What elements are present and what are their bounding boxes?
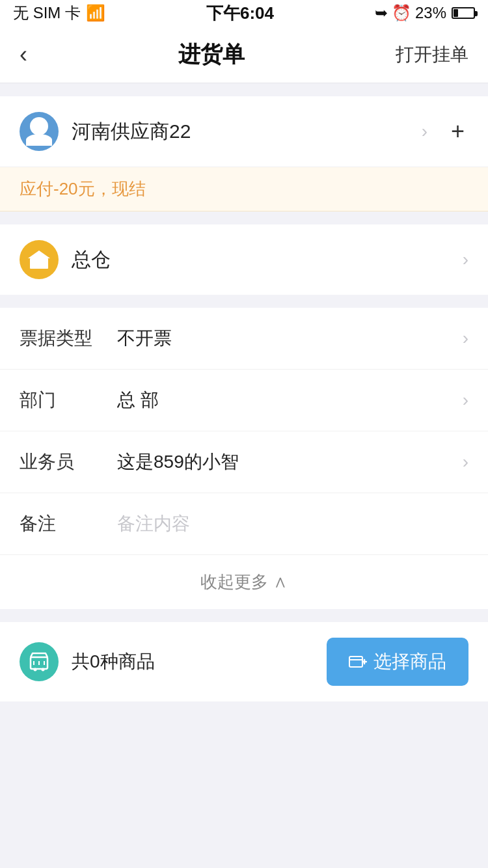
invoice-type-label: 票据类型 bbox=[20, 326, 98, 351]
svg-point-2 bbox=[42, 668, 45, 671]
warehouse-name: 总仓 bbox=[72, 247, 463, 273]
avatar-body bbox=[26, 134, 52, 146]
department-value: 总 部 bbox=[117, 388, 463, 413]
department-label: 部门 bbox=[20, 388, 98, 413]
remarks-input[interactable]: 备注内容 bbox=[117, 511, 468, 536]
bottom-section: 共0种商品 选择商品 bbox=[0, 622, 488, 701]
section-gap-1 bbox=[0, 83, 488, 96]
wifi-icon: 📶 bbox=[86, 4, 105, 22]
salesperson-value: 这是859的小智 bbox=[117, 450, 463, 474]
department-chevron-icon: › bbox=[463, 390, 468, 411]
warehouse-icon bbox=[20, 240, 59, 279]
cart-icon bbox=[28, 652, 50, 671]
open-pending-button[interactable]: 打开挂单 bbox=[396, 42, 468, 67]
invoice-type-chevron-icon: › bbox=[463, 328, 468, 349]
nav-bar: ‹ 进货单 打开挂单 bbox=[0, 26, 488, 83]
page-background bbox=[0, 701, 488, 868]
status-bar: 无 SIM 卡 📶 下午6:04 ➥ ⏰ 23% bbox=[0, 0, 488, 26]
invoice-type-value: 不开票 bbox=[117, 326, 463, 351]
supplier-card: 河南供应商22 › + 应付-20元，现结 bbox=[0, 96, 488, 211]
location-icon: ➥ bbox=[375, 4, 388, 22]
section-gap-3 bbox=[0, 295, 488, 308]
product-count: 共0种商品 bbox=[72, 649, 327, 674]
form-card: 票据类型 不开票 › 部门 总 部 › 业务员 这是859的小智 › 备注 备注… bbox=[0, 308, 488, 609]
salesperson-chevron-icon: › bbox=[463, 452, 468, 472]
salesperson-row[interactable]: 业务员 这是859的小智 › bbox=[0, 431, 488, 493]
carrier-text: 无 SIM 卡 bbox=[13, 3, 81, 23]
house-roof bbox=[28, 251, 50, 258]
alarm-icon: ⏰ bbox=[392, 4, 411, 22]
remarks-row[interactable]: 备注 备注内容 bbox=[0, 493, 488, 554]
department-row[interactable]: 部门 总 部 › bbox=[0, 369, 488, 431]
notice-bar: 应付-20元，现结 bbox=[0, 167, 488, 211]
collapse-button[interactable]: 收起更多 ∧ bbox=[0, 554, 488, 609]
svg-rect-6 bbox=[349, 657, 362, 667]
battery-icon bbox=[452, 7, 475, 19]
supplier-row[interactable]: 河南供应商22 › + bbox=[0, 96, 488, 167]
cart-icon-wrap bbox=[20, 642, 59, 681]
supplier-name: 河南供应商22 bbox=[72, 118, 422, 145]
status-time: 下午6:04 bbox=[206, 2, 274, 25]
avatar-head bbox=[30, 117, 48, 135]
select-product-icon bbox=[349, 654, 367, 670]
supplier-chevron-icon: › bbox=[422, 121, 427, 142]
content: 河南供应商22 › + 应付-20元，现结 总仓 › 票据类型 不开票 › bbox=[0, 83, 488, 868]
salesperson-label: 业务员 bbox=[20, 450, 98, 474]
warehouse-card[interactable]: 总仓 › bbox=[0, 224, 488, 295]
warehouse-chevron-icon: › bbox=[463, 249, 468, 270]
page-title: 进货单 bbox=[178, 40, 245, 70]
house-icon bbox=[28, 251, 50, 269]
select-product-button[interactable]: 选择商品 bbox=[327, 638, 468, 686]
invoice-type-row[interactable]: 票据类型 不开票 › bbox=[0, 308, 488, 369]
supplier-avatar bbox=[20, 112, 59, 151]
status-left: 无 SIM 卡 📶 bbox=[13, 3, 105, 23]
warehouse-row[interactable]: 总仓 › bbox=[0, 224, 488, 295]
add-button[interactable]: + bbox=[447, 118, 468, 145]
section-gap-2 bbox=[0, 211, 488, 224]
remarks-label: 备注 bbox=[20, 511, 98, 536]
status-right: ➥ ⏰ 23% bbox=[375, 4, 475, 22]
back-button[interactable]: ‹ bbox=[20, 34, 27, 75]
svg-point-1 bbox=[34, 668, 37, 671]
house-body bbox=[30, 258, 48, 269]
select-product-label: 选择商品 bbox=[373, 649, 446, 674]
battery-percent: 23% bbox=[415, 4, 446, 22]
